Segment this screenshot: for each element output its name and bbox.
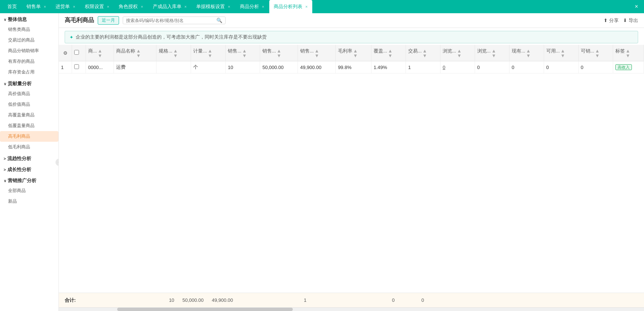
filter-recent-month-button[interactable]: 近一月	[98, 16, 119, 25]
cell-gross_margin: 99.8%	[335, 61, 371, 73]
column-header-available[interactable]: 可用...▲▼	[544, 45, 578, 61]
nav-tab-close-1[interactable]: ×	[44, 4, 46, 9]
column-header-code[interactable]: 商...▲▼	[86, 45, 114, 61]
column-header-settings[interactable]: ⚙	[59, 45, 72, 61]
sidebar-group-1[interactable]: ∨贡献量分析	[0, 77, 58, 88]
nav-tab-close-6[interactable]: ×	[228, 4, 230, 9]
nav-tab-close-5[interactable]: ×	[184, 4, 187, 9]
horizontal-scrollbar[interactable]	[59, 307, 644, 311]
sidebar-group-2[interactable]: >流趋性分析	[0, 152, 58, 163]
cell-unit: 个	[191, 61, 226, 73]
data-table: ⚙商...▲▼商品名称▲▼规格...▲▼计量...▲▼销售...▲▼销售...▲…	[59, 45, 644, 73]
column-header-sales_qty[interactable]: 销售...▲▼	[226, 45, 260, 61]
info-text: 企业的主要的利润都是这部分商品创造的，可考虑加大推广，同时关注库存是不要出现缺货	[76, 34, 267, 40]
sidebar-item-1-3[interactable]: 低覆盖量商品	[0, 120, 58, 131]
search-box: 🔍	[123, 17, 226, 24]
nav-tab-7[interactable]: 商品分析×	[235, 0, 269, 13]
nav-tab-1[interactable]: 销售单×	[22, 0, 50, 13]
column-header-name[interactable]: 商品名称▲▼	[114, 45, 156, 61]
column-header-sales_profit[interactable]: 销售...▲▼	[298, 45, 336, 61]
sidebar-item-1-0[interactable]: 高价值商品	[0, 88, 58, 99]
export-button[interactable]: ⬇ 导出	[623, 17, 638, 24]
nav-tab-close-7[interactable]: ×	[262, 4, 264, 9]
column-header-unit[interactable]: 计量...▲▼	[191, 45, 226, 61]
sidebar-item-0-2[interactable]: 商品分销助销率	[0, 46, 58, 56]
cell-current_stock: 0	[509, 61, 544, 73]
column-header-sales_amt[interactable]: 销售...▲▼	[260, 45, 298, 61]
summary-sales-profit: 49,900.00	[206, 297, 236, 303]
main-layout: « ∨整体信息销售类商品交易过的商品商品分销助销率有库存的商品库存资金占用∨贡献…	[0, 13, 644, 311]
summary-sales-amt: 50,000.00	[177, 297, 206, 303]
nav-tab-0[interactable]: 首页	[3, 0, 21, 13]
share-button[interactable]: ⬆ 分享	[604, 17, 619, 24]
nav-tab-close-2[interactable]: ×	[73, 4, 75, 9]
nav-tab-3[interactable]: 权限设置×	[80, 0, 114, 13]
cell-sales_qty: 10	[226, 61, 260, 73]
sidebar-item-1-2[interactable]: 高覆盖量商品	[0, 110, 58, 120]
export-icon: ⬇	[623, 18, 627, 23]
cell-sales_profit: 49,900.00	[298, 61, 336, 73]
page-title: 高毛利商品	[65, 17, 94, 24]
sidebar-group-0[interactable]: ∨整体信息	[0, 13, 58, 24]
data-table-wrapper: ⚙商...▲▼商品名称▲▼规格...▲▼计量...▲▼销售...▲▼销售...▲…	[59, 45, 644, 293]
select-all-checkbox[interactable]	[74, 50, 79, 55]
nav-tab-close-3[interactable]: ×	[107, 4, 109, 9]
column-header-checkbox[interactable]	[72, 45, 86, 61]
sidebar-item-0-4[interactable]: 库存资金占用	[0, 67, 58, 77]
cell-available: 0	[544, 61, 578, 73]
info-icon: ✦	[69, 35, 73, 40]
group-arrow-2: >	[4, 157, 6, 161]
top-navigation: 首页销售单×进货单×权限设置×角色授权×产成品入库单×单据模板设置×商品分析×商…	[0, 0, 644, 13]
nav-tab-4[interactable]: 角色授权×	[114, 0, 147, 13]
cell-spec	[156, 61, 191, 73]
group-arrow-0: ∨	[4, 18, 6, 22]
column-header-sellable[interactable]: 可销...▲▼	[578, 45, 613, 61]
tag-badge: 高收入	[615, 64, 632, 70]
window-close-button[interactable]: ×	[632, 3, 641, 10]
column-header-tag[interactable]: 标签▲▼	[613, 45, 644, 61]
column-header-browse1[interactable]: 浏览...▲▼	[440, 45, 475, 61]
sidebar-item-4-0[interactable]: 全部商品	[0, 185, 58, 196]
column-header-browse2[interactable]: 浏览...▲▼	[475, 45, 509, 61]
column-header-gross_margin[interactable]: 毛利率▲▼	[335, 45, 371, 61]
search-icon[interactable]: 🔍	[216, 18, 222, 23]
group-arrow-3: >	[4, 168, 6, 172]
nav-tab-6[interactable]: 单据模板设置×	[192, 0, 234, 13]
column-header-coverage[interactable]: 覆盖...▲▼	[371, 45, 406, 61]
settings-icon[interactable]: ⚙	[63, 50, 68, 56]
nav-tab-2[interactable]: 进货单×	[51, 0, 79, 13]
content-header: 高毛利商品 近一月 🔍 ⬆ 分享 ⬇ 导出	[59, 13, 644, 28]
nav-tab-close-4[interactable]: ×	[141, 4, 143, 9]
cell-name: 运费	[114, 61, 156, 73]
sidebar-group-3[interactable]: >成长性分析	[0, 163, 58, 174]
cell-browse2: 0	[475, 61, 509, 73]
sidebar-item-4-1[interactable]: 新品	[0, 196, 58, 207]
summary-available: 0	[397, 297, 427, 303]
nav-tab-5[interactable]: 产成品入库单×	[148, 0, 191, 13]
share-icon: ⬆	[604, 18, 608, 23]
sidebar-item-1-1[interactable]: 低价值商品	[0, 99, 58, 110]
search-input[interactable]	[126, 18, 216, 23]
sidebar-item-0-0[interactable]: 销售类商品	[0, 24, 58, 35]
scrollbar-thumb[interactable]	[117, 308, 293, 311]
sidebar-group-4[interactable]: ∨营销推广分析	[0, 174, 58, 185]
table-row: 10000...运费个1050,000.0049,900.0099.8%1.49…	[59, 61, 644, 73]
sidebar-item-1-5[interactable]: 低毛利商品	[0, 142, 58, 152]
cell-tag: 高收入	[613, 61, 644, 73]
cell-index: 1	[59, 61, 72, 73]
header-actions: ⬆ 分享 ⬇ 导出	[604, 17, 638, 24]
group-arrow-4: ∨	[4, 179, 6, 183]
summary-transaction: 1	[280, 297, 309, 303]
column-header-current_stock[interactable]: 现有...▲▼	[509, 45, 544, 61]
column-header-transaction[interactable]: 交易...▲▼	[406, 45, 440, 61]
browse-link[interactable]: 0	[443, 65, 445, 70]
column-header-spec[interactable]: 规格...▲▼	[156, 45, 191, 61]
sidebar-item-0-1[interactable]: 交易过的商品	[0, 35, 58, 46]
row-checkbox[interactable]	[74, 64, 79, 69]
cell-browse1: 0	[440, 61, 475, 73]
summary-sales-qty: 10	[155, 297, 177, 303]
sidebar-item-1-4[interactable]: 高毛利商品	[0, 131, 58, 142]
sidebar-item-0-3[interactable]: 有库存的商品	[0, 56, 58, 67]
nav-tab-close-8[interactable]: ×	[305, 4, 307, 9]
nav-tab-8[interactable]: 商品分析列表×	[269, 0, 312, 13]
